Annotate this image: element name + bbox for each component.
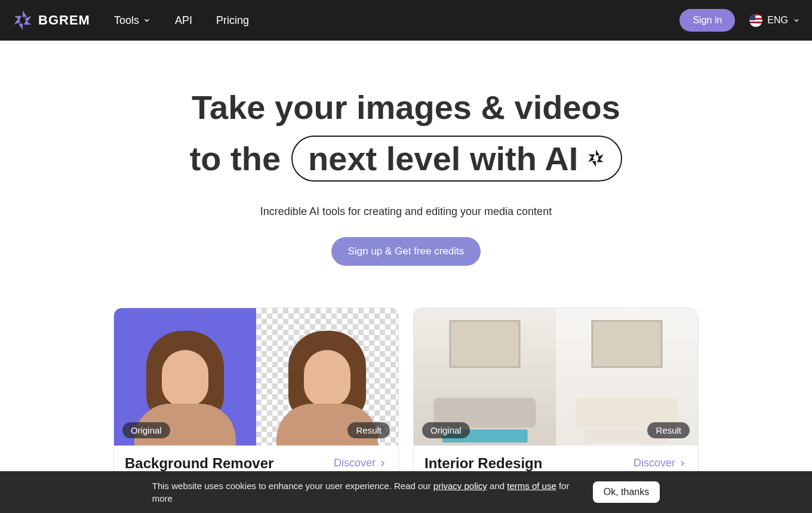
- discover-label: Discover: [334, 457, 376, 469]
- card-title: Background Remover: [125, 455, 273, 472]
- terms-of-use-link[interactable]: terms of use: [507, 481, 556, 491]
- nav-tools-label: Tools: [114, 14, 139, 27]
- hero-subtitle: Incredible AI tools for creating and edi…: [12, 205, 800, 218]
- header: BGREM Tools API Pricing Sign in ENG: [0, 0, 812, 41]
- chevron-right-icon: [378, 459, 387, 468]
- cookie-mid: and: [487, 481, 507, 491]
- logo-text: BGREM: [38, 13, 90, 28]
- chevron-down-icon: [793, 17, 800, 24]
- card-image: Original Result: [114, 308, 398, 446]
- logo[interactable]: BGREM: [12, 10, 90, 31]
- header-right: Sign in ENG: [679, 9, 800, 32]
- privacy-policy-link[interactable]: privacy policy: [433, 481, 487, 491]
- flag-icon: [749, 14, 762, 27]
- chevron-down-icon: [143, 16, 151, 24]
- cookie-prefix: This website uses cookies to enhance you…: [152, 481, 433, 491]
- discover-link[interactable]: Discover: [633, 457, 687, 469]
- nav-pricing[interactable]: Pricing: [216, 14, 249, 27]
- nav-api[interactable]: API: [175, 14, 192, 27]
- result-tag: Result: [647, 422, 690, 438]
- chevron-right-icon: [678, 459, 687, 468]
- nav: Tools API Pricing: [114, 14, 249, 27]
- signup-cta-button[interactable]: Sign up & Get free credits: [331, 237, 481, 266]
- lang-label: ENG: [767, 15, 788, 26]
- nav-tools[interactable]: Tools: [114, 14, 151, 27]
- result-tag: Result: [347, 422, 390, 438]
- card-head: Background Remover Discover: [125, 455, 387, 472]
- hero-pill: next level with AI: [291, 136, 622, 182]
- cookie-text: This website uses cookies to enhance you…: [152, 480, 582, 505]
- aperture-icon: [12, 10, 33, 31]
- discover-link[interactable]: Discover: [334, 457, 387, 469]
- original-tag: Original: [122, 422, 170, 438]
- hero-line1: Take your images & videos: [192, 86, 620, 130]
- hero: Take your images & videos to the next le…: [0, 41, 812, 290]
- card-head: Interior Redesign Discover: [425, 455, 687, 472]
- hero-line2: to the next level with AI: [12, 136, 800, 182]
- card-image: Original Result: [414, 308, 698, 446]
- discover-label: Discover: [633, 457, 675, 469]
- original-tag: Original: [422, 422, 470, 438]
- signin-button[interactable]: Sign in: [679, 9, 735, 32]
- language-selector[interactable]: ENG: [749, 14, 800, 27]
- cookie-ok-button[interactable]: Ok, thanks: [593, 481, 660, 503]
- hero-pill-text: next level with AI: [308, 139, 578, 178]
- aperture-icon: [586, 149, 605, 168]
- cookie-banner: This website uses cookies to enhance you…: [0, 471, 812, 513]
- hero-line2-prefix: to the: [190, 139, 281, 178]
- card-title: Interior Redesign: [425, 455, 542, 472]
